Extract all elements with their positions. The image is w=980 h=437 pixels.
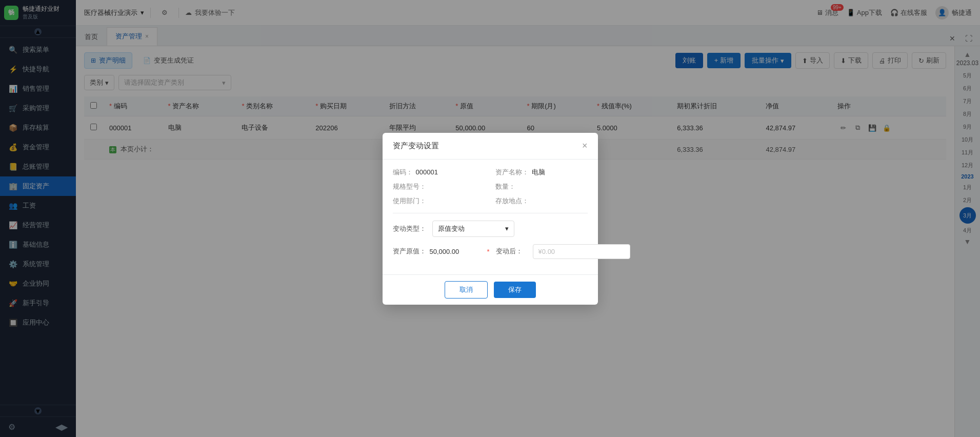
- info-location-label: 存放地点：: [495, 196, 529, 206]
- info-qty-row: 数量：: [495, 182, 588, 191]
- info-dept-label: 使用部门：: [393, 196, 426, 206]
- change-type-row: 变动类型： 原值变动 ▾: [393, 221, 588, 237]
- after-change-label: 变动后：: [496, 247, 527, 256]
- save-button[interactable]: 保存: [494, 282, 536, 298]
- change-type-dropdown-icon: ▾: [505, 225, 509, 232]
- after-change-input[interactable]: [533, 244, 630, 259]
- modal-close-button[interactable]: ×: [582, 141, 588, 150]
- info-spec-label: 规格型号：: [393, 182, 426, 191]
- info-qty-label: 数量：: [495, 182, 515, 191]
- info-location-row: 存放地点：: [495, 196, 588, 206]
- info-dept-row: 使用部门：: [393, 196, 485, 206]
- modal-header: 资产变动设置 ×: [383, 133, 598, 160]
- required-star: *: [487, 248, 490, 255]
- info-code-row: 编码： 000001: [393, 168, 485, 177]
- info-name-row: 资产名称： 电脑: [495, 168, 588, 177]
- modal-footer: 取消 保存: [383, 274, 598, 305]
- modal-body: 编码： 000001 资产名称： 电脑 规格型号： 数量： 使用部门：: [383, 160, 598, 274]
- change-type-label: 变动类型：: [393, 224, 426, 233]
- info-name-label: 资产名称：: [495, 168, 529, 177]
- modal-overlay: 资产变动设置 × 编码： 000001 资产名称： 电脑 规格型号： 数量：: [0, 0, 980, 437]
- asset-value-display: 50,000.00: [430, 248, 481, 255]
- modal-title: 资产变动设置: [393, 141, 439, 151]
- asset-change-modal: 资产变动设置 × 编码： 000001 资产名称： 电脑 规格型号： 数量：: [383, 133, 598, 305]
- info-code-label: 编码：: [393, 168, 413, 177]
- cancel-button[interactable]: 取消: [445, 281, 488, 299]
- change-type-select[interactable]: 原值变动 ▾: [432, 221, 514, 237]
- info-spec-row: 规格型号：: [393, 182, 485, 191]
- asset-value-label: 资产原值：: [393, 247, 424, 256]
- change-type-value: 原值变动: [438, 224, 465, 233]
- info-name-value: 电脑: [532, 168, 545, 177]
- asset-value-row: 资产原值： 50,000.00 * 变动后：: [393, 244, 588, 259]
- modal-info-grid: 编码： 000001 资产名称： 电脑 规格型号： 数量： 使用部门：: [393, 168, 588, 206]
- modal-divider: [393, 213, 588, 213]
- info-code-value: 000001: [416, 168, 438, 176]
